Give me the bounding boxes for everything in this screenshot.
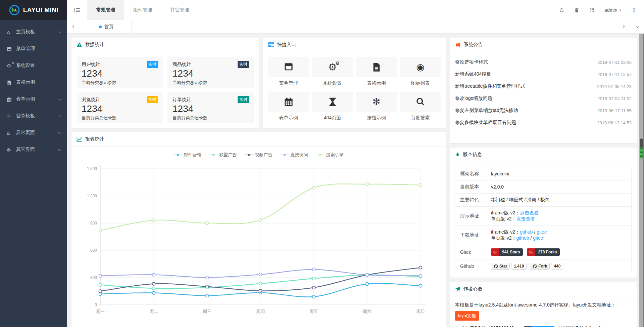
menu-fold-button[interactable] <box>67 0 87 20</box>
card-author-words: 作者心语 本模板基于layui2.5.4以及font-awesome-4.7.0… <box>450 282 637 327</box>
sidebar-item-label: 表格示例 <box>16 79 60 85</box>
svg-text:周四: 周四 <box>256 309 265 314</box>
fullscreen-icon[interactable] <box>589 8 594 13</box>
version-row-label: Github <box>455 259 486 273</box>
notice-text: 修改选项卡样式 <box>455 59 488 65</box>
sidebar-item-7[interactable]: ✻其它界面 <box>0 141 67 158</box>
status-badge: 实时 <box>147 96 158 103</box>
stat-label: 订单统计 <box>172 97 191 103</box>
github-fork-button[interactable]: Fork <box>530 263 550 270</box>
legend-item-0[interactable]: 邮件营销 <box>174 151 201 159</box>
legend-item-2[interactable]: 视频广告 <box>245 151 273 159</box>
tab-scroll-right-button[interactable] <box>616 20 630 33</box>
sidebar-item-label: 登录模板 <box>16 113 58 119</box>
sidebar-item-label: 异常页面 <box>16 130 58 136</box>
tab-scroll-left-button[interactable] <box>67 20 81 33</box>
chart-legend: 邮件营销联盟广告视频广告直接访问搜索引擎 <box>71 147 446 159</box>
sidebar-item-6[interactable]: ⌂异常页面 <box>0 124 67 141</box>
octocat-icon <box>494 264 498 269</box>
quick-entry-7[interactable]: 百度搜索 <box>400 92 441 121</box>
quick-entry-label: 表格示例 <box>356 80 397 86</box>
home-icon: ⌂ <box>7 30 10 35</box>
link[interactable]: github <box>520 229 533 235</box>
quick-entry-grid: 菜单管理⚙⚙系统设置表格示例◉图标列表表单示例404页面✻按钮示例百度搜索 <box>263 52 446 126</box>
module-tab-1[interactable]: 组件管理 <box>124 0 161 20</box>
legend-item-4[interactable]: 搜索引擎 <box>316 151 344 159</box>
sidebar-item-2[interactable]: ⚙⚙系统设置 <box>0 57 67 74</box>
notice-item[interactable]: 修改logo缩放问题2019-07-04 11:02 <box>455 92 632 105</box>
github-count[interactable]: 1,419 <box>511 263 527 270</box>
legend-item-3[interactable]: 直接访问 <box>281 151 308 159</box>
scrollbar-thumb[interactable] <box>640 138 643 159</box>
status-badge: 实时 <box>238 61 249 68</box>
sidebar-item-4[interactable]: 表单示例 <box>0 91 67 108</box>
refresh-icon[interactable] <box>559 8 564 13</box>
link[interactable]: github <box>516 235 529 241</box>
card-title: 版本信息 <box>463 152 482 158</box>
logo-icon <box>9 4 20 16</box>
chevron-left-icon <box>72 25 76 29</box>
notice-item[interactable]: 修复左侧菜单缩放tab无法移动2019-06-17 11:55 <box>455 105 632 117</box>
page-scrollbar[interactable] <box>639 34 644 327</box>
link[interactable]: 点击查看 <box>516 216 535 221</box>
version-row-label: 主要特色 <box>455 194 486 207</box>
tab-operations-button[interactable] <box>630 20 644 33</box>
quick-entry-3[interactable]: ◉图标列表 <box>400 57 441 86</box>
notice-date: 2019-06-13 14:53 <box>597 120 632 125</box>
notice-item[interactable]: 新增treetable插件和菜单管理样式2019-07-05 14:28 <box>455 80 632 92</box>
author-line1: 本模板基于layui2.5.4以及font-awesome-4.7.0进行实现。… <box>455 301 632 309</box>
file-icon <box>372 63 381 72</box>
card-title: 系统公告 <box>464 42 483 48</box>
notice-item[interactable]: 修复多模块菜单栏展开有问题2019-06-13 14:53 <box>455 117 632 129</box>
quick-entry-6[interactable]: ✻按钮示例 <box>356 92 397 121</box>
notice-item[interactable]: 新增系统404模板2019-07-11 12:57 <box>455 68 632 80</box>
stat-description: 当前分类总记录数 <box>82 115 158 121</box>
notice-text: 新增treetable插件和菜单管理样式 <box>455 83 525 89</box>
quick-entry-1[interactable]: ⚙⚙系统设置 <box>312 57 353 86</box>
gitee-badge[interactable]: G941 Stars <box>491 248 523 256</box>
sidebar-item-3[interactable]: 表格示例 <box>0 74 67 91</box>
stat-value: 1234 <box>82 68 158 79</box>
quick-entry-label: 系统设置 <box>312 80 353 86</box>
sidebar-item-5[interactable]: ⚐登录模板 <box>0 108 67 124</box>
sidebar-nav: ⌂主页模板菜单管理⚙⚙系统设置表格示例表单示例⚐登录模板⌂异常页面✻其它界面 <box>0 20 67 158</box>
link[interactable]: gitee <box>533 235 543 241</box>
clear-cache-icon[interactable] <box>574 8 579 13</box>
layui-doc-badge[interactable]: layui文档 <box>455 311 479 321</box>
module-tab-0[interactable]: 常规管理 <box>87 0 124 20</box>
svg-text:周日: 周日 <box>416 309 425 314</box>
quick-entry-4[interactable]: 表单示例 <box>268 92 309 121</box>
quick-entry-2[interactable]: 表格示例 <box>356 57 397 86</box>
link[interactable]: gitee <box>537 229 547 235</box>
link[interactable]: 点击查看 <box>520 210 539 215</box>
module-tab-2[interactable]: 其它管理 <box>161 0 198 20</box>
version-row-label: 演示地址 <box>455 207 486 226</box>
gitee-badge[interactable]: G278 Forks <box>527 248 560 256</box>
chevron-down-icon <box>58 148 61 151</box>
card-title: 数据统计 <box>85 42 104 48</box>
app-logo[interactable]: LAYUI MINI <box>0 0 67 20</box>
github-widget: Star1,419 <box>491 263 527 270</box>
github-count[interactable]: 440 <box>551 263 563 270</box>
notice-item[interactable]: 修改选项卡样式2019-07-11 23:06 <box>455 56 632 68</box>
top-header: 常规管理组件管理其它管理 admin ▾ ⋮ <box>67 0 644 20</box>
chevron-down-icon <box>58 131 61 134</box>
home-icon: ⌂ <box>7 131 10 136</box>
github-star-button[interactable]: Star <box>491 263 510 270</box>
quick-entry-5[interactable]: 404页面 <box>312 92 353 121</box>
svg-text:900: 900 <box>90 221 97 226</box>
sidebar-item-label: 菜单管理 <box>16 46 60 52</box>
dot-circle-icon: ◉ <box>416 63 424 72</box>
sidebar-item-1[interactable]: 菜单管理 <box>0 40 67 57</box>
user-menu[interactable]: admin ▾ <box>604 7 621 13</box>
sidebar-item-0[interactable]: ⌂主页模板 <box>0 24 67 40</box>
tab-home[interactable]: 首页 <box>81 20 132 33</box>
more-options-icon[interactable]: ⋮ <box>631 7 637 13</box>
text: / <box>533 229 537 235</box>
svg-text:周五: 周五 <box>309 309 318 314</box>
quick-entry-label: 表单示例 <box>268 115 309 121</box>
legend-item-1[interactable]: 联盟广告 <box>209 151 237 159</box>
quick-entry-0[interactable]: 菜单管理 <box>268 57 309 86</box>
stat-card: 用户统计实时1234当前分类总记录数 <box>77 57 163 88</box>
github-widget: Fork440 <box>530 263 563 270</box>
